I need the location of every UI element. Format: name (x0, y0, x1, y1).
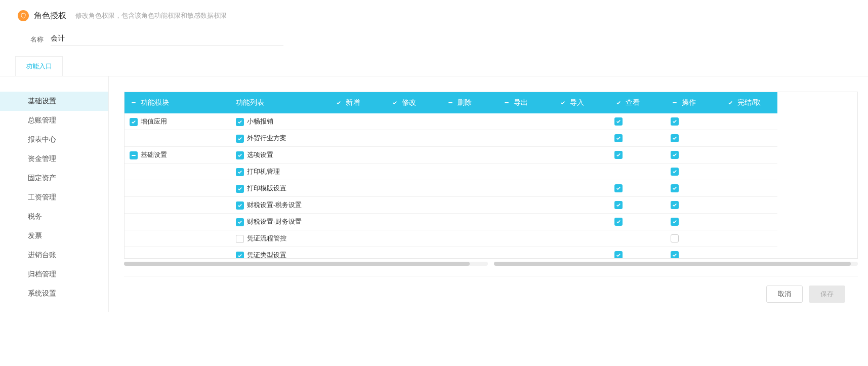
perm-cell (554, 197, 610, 214)
perm-cell (386, 113, 442, 130)
perm-checkbox-2-5[interactable] (614, 151, 623, 159)
col-checkbox-4[interactable] (446, 99, 454, 107)
perm-cell (441, 164, 498, 180)
module-checkbox-2[interactable] (130, 151, 138, 159)
perm-checkbox-1-6[interactable] (671, 134, 679, 142)
col-header-3[interactable]: 修改 (386, 92, 442, 113)
perm-checkbox-8-5[interactable] (614, 251, 623, 259)
func-checkbox-4[interactable] (236, 185, 244, 193)
func-checkbox-0[interactable] (236, 118, 244, 126)
col-checkbox-6[interactable] (559, 99, 567, 107)
cancel-button[interactable]: 取消 (766, 286, 803, 303)
table-scroll[interactable]: 功能模块功能列表新增修改删除导出导入查看操作完结/取 增值应用小畅报销外贸行业方… (124, 92, 858, 259)
func-cell: 财税设置-财务设置 (231, 214, 329, 230)
sidebar-item-7[interactable]: 发票 (0, 226, 108, 246)
perm-cell (666, 130, 722, 147)
perm-checkbox-5-6[interactable] (671, 201, 679, 209)
perm-checkbox-6-6[interactable] (671, 218, 679, 226)
hscroll-right-track[interactable] (494, 262, 858, 266)
func-checkbox-3[interactable] (236, 168, 244, 176)
col-header-1[interactable]: 功能列表 (231, 92, 329, 113)
perm-checkbox-2-6[interactable] (671, 151, 679, 159)
col-label-1: 功能列表 (236, 98, 264, 106)
perm-cell (329, 164, 386, 180)
page-header: 角色授权 修改角色权限，包含该角色功能权限和敏感数据权限 (0, 0, 868, 26)
perm-cell (666, 197, 722, 214)
func-checkbox-5[interactable] (236, 201, 244, 210)
perm-cell (554, 230, 610, 247)
perm-checkbox-5-5[interactable] (614, 201, 623, 209)
col-checkbox-9[interactable] (726, 99, 734, 107)
sidebar-item-0[interactable]: 基础设置 (0, 92, 108, 111)
func-label: 打印模版设置 (247, 184, 286, 192)
perm-cell (441, 214, 498, 230)
col-checkbox-3[interactable] (391, 99, 399, 107)
sidebar-item-5[interactable]: 工资管理 (0, 188, 108, 207)
save-button[interactable]: 保存 (809, 286, 845, 303)
col-checkbox-2[interactable] (335, 99, 343, 107)
main-panel: 功能模块功能列表新增修改删除导出导入查看操作完结/取 增值应用小畅报销外贸行业方… (109, 76, 868, 312)
col-checkbox-8[interactable] (671, 99, 679, 107)
perm-checkbox-4-5[interactable] (614, 184, 623, 192)
func-checkbox-6[interactable] (236, 218, 244, 226)
sidebar-item-10[interactable]: 系统设置 (0, 284, 108, 303)
hscroll-right-thumb[interactable] (494, 262, 851, 266)
perm-cell (666, 230, 722, 247)
sidebar-item-8[interactable]: 进销台账 (0, 246, 108, 265)
func-cell: 选项设置 (231, 147, 329, 164)
perm-cell (329, 230, 386, 247)
perm-checkbox-8-6[interactable] (671, 251, 679, 259)
perm-checkbox-1-5[interactable] (614, 134, 623, 142)
perm-cell (329, 197, 386, 214)
func-cell: 凭证类型设置 (231, 247, 329, 259)
perm-cell (609, 180, 666, 197)
sidebar-item-6[interactable]: 税务 (0, 207, 108, 226)
col-header-2[interactable]: 新增 (329, 92, 386, 113)
tab-function-entry[interactable]: 功能入口 (15, 56, 63, 76)
col-header-7[interactable]: 查看 (609, 92, 666, 113)
module-checkbox-0[interactable] (130, 118, 138, 126)
perm-checkbox-3-6[interactable] (671, 168, 679, 176)
hscroll-left-thumb[interactable] (124, 262, 470, 266)
perm-cell (666, 247, 722, 259)
perm-cell (441, 113, 498, 130)
perm-cell (666, 180, 722, 197)
col-header-8[interactable]: 操作 (666, 92, 722, 113)
name-input[interactable] (51, 32, 283, 46)
col-header-6[interactable]: 导入 (554, 92, 610, 113)
func-checkbox-1[interactable] (236, 135, 244, 143)
func-label: 财税设置-财务设置 (247, 218, 302, 225)
sidebar-item-2[interactable]: 报表中心 (0, 130, 108, 149)
func-label: 选项设置 (247, 151, 273, 158)
func-checkbox-2[interactable] (236, 151, 244, 159)
perm-cell (498, 164, 554, 180)
perm-checkbox-7-6[interactable] (671, 234, 679, 242)
perm-cell (441, 147, 498, 164)
perm-checkbox-0-5[interactable] (614, 117, 623, 126)
table-row: 凭证流程管控 (125, 230, 777, 247)
sidebar-item-9[interactable]: 归档管理 (0, 265, 108, 284)
perm-cell (386, 247, 442, 259)
perm-cell (329, 214, 386, 230)
sidebar-item-3[interactable]: 资金管理 (0, 149, 108, 169)
col-header-5[interactable]: 导出 (498, 92, 554, 113)
col-checkbox-5[interactable] (503, 99, 511, 107)
col-header-4[interactable]: 删除 (441, 92, 498, 113)
col-checkbox-7[interactable] (614, 99, 623, 107)
perm-checkbox-0-6[interactable] (671, 117, 679, 126)
func-cell: 凭证流程管控 (231, 230, 329, 247)
col-header-0[interactable]: 功能模块 (125, 92, 231, 113)
func-cell: 财税设置-税务设置 (231, 197, 329, 214)
perm-cell (609, 147, 666, 164)
sidebar-item-4[interactable]: 固定资产 (0, 169, 108, 188)
perm-checkbox-6-5[interactable] (614, 218, 623, 226)
sidebar-item-1[interactable]: 总账管理 (0, 111, 108, 130)
col-header-9[interactable]: 完结/取 (721, 92, 777, 113)
func-checkbox-7[interactable] (236, 235, 244, 243)
perm-cell (609, 164, 666, 180)
perm-cell (441, 130, 498, 147)
func-checkbox-8[interactable] (236, 252, 244, 259)
perm-checkbox-4-6[interactable] (671, 184, 679, 192)
col-checkbox-0[interactable] (130, 99, 138, 107)
hscroll-left-track[interactable] (124, 262, 488, 266)
